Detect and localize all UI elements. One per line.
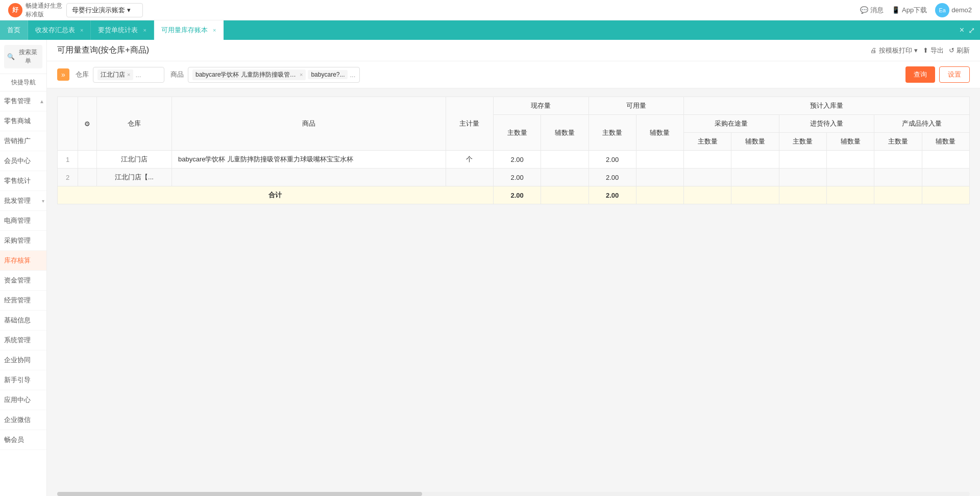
row-avail-aux <box>636 169 683 186</box>
footer-label: 合计 <box>58 186 494 204</box>
chevron-icon: ▲ <box>39 99 44 104</box>
sidebar-item-finance[interactable]: 资金管理 <box>0 271 46 291</box>
message-button[interactable]: 💬 消息 <box>860 6 884 15</box>
th-stock-main: 主数量 <box>493 115 541 151</box>
sidebar-item-system[interactable]: 系统管理 <box>0 330 46 350</box>
sidebar-item-zero-sales[interactable]: 零售管理 ▲ <box>0 91 46 111</box>
sidebar-item-label: 零售统计 <box>4 176 31 185</box>
fullscreen-button[interactable]: ⤢ <box>968 26 975 35</box>
sidebar-item-basic[interactable]: 基础信息 <box>0 311 46 330</box>
product-tag1-remove[interactable]: × <box>300 72 303 78</box>
sidebar-item-label: 畅会员 <box>4 435 24 444</box>
tab-home-label: 首页 <box>7 26 20 35</box>
sidebar-item-purchase[interactable]: 采购管理 <box>0 231 46 251</box>
sidebar-item-vip[interactable]: 畅会员 <box>0 430 46 450</box>
nav-tabs-actions: × ⤢ <box>954 20 980 40</box>
filter-actions: 查询 设置 <box>905 66 970 83</box>
warehouse-input[interactable]: 江北门店 × ... <box>93 67 164 83</box>
search-menu-button[interactable]: 🔍 搜索菜单 <box>4 45 42 68</box>
sidebar-item-member[interactable]: 会员中心 <box>0 151 46 171</box>
row-product <box>172 169 446 186</box>
warehouse-label: 仓库 <box>76 70 89 79</box>
row-stock-main: 2.00 <box>493 169 541 186</box>
sidebar-item-wechat[interactable]: 企业微信 <box>0 410 46 430</box>
refresh-label: 刷新 <box>957 46 970 55</box>
industry-selector[interactable]: 母婴行业演示账套 ▾ <box>66 3 143 17</box>
footer-stock-aux <box>541 186 589 204</box>
product-input[interactable]: babycare学饮杯 儿童防摔防撞吸管杯重力球吸嘴杯宝宝水杯 × babyca… <box>188 67 360 83</box>
sidebar-item-appstore[interactable]: 应用中心 <box>0 390 46 410</box>
chevron-down-icon: ▾ <box>127 6 131 14</box>
user-profile[interactable]: Ea demo2 <box>935 3 972 17</box>
row-warehouse: 江北门店 <box>97 151 172 169</box>
th-rownum <box>58 97 78 151</box>
sidebar-item-zero-stats[interactable]: 零售统计 <box>0 171 46 191</box>
tab-kucun-close[interactable]: × <box>213 27 216 33</box>
tab-shoufacu-close[interactable]: × <box>80 27 83 33</box>
sidebar-item-label: 企业协同 <box>4 356 31 365</box>
th-prod-pending-aux: 辅数量 <box>922 133 969 151</box>
sidebar-item-wholesale[interactable]: 批发管理 ▾ <box>0 191 46 211</box>
export-button[interactable]: ⬆ 导出 <box>923 46 944 55</box>
quick-nav-button[interactable]: 快捷导航 <box>0 74 46 91</box>
tab-home[interactable]: 首页 <box>0 20 28 40</box>
tab-kucun[interactable]: 可用量库存账本 × <box>154 20 224 40</box>
chevron-down-icon: ▾ <box>914 46 918 54</box>
scroll-thumb[interactable] <box>57 492 422 496</box>
row-pur-transit-aux <box>731 151 779 169</box>
query-button[interactable]: 查询 <box>905 66 935 83</box>
warehouse-more-btn[interactable]: ... <box>135 71 141 79</box>
close-all-button[interactable]: × <box>960 26 964 35</box>
print-button[interactable]: 🖨 按模板打印 ▾ <box>870 46 918 55</box>
th-avail-main: 主数量 <box>589 115 636 151</box>
row-prod-pending-aux <box>922 169 969 186</box>
app-download-button[interactable]: 📱 App下载 <box>892 6 927 15</box>
th-prod-pending-main: 主数量 <box>874 133 922 151</box>
export-icon: ⬆ <box>923 46 928 54</box>
footer-avail-main: 2.00 <box>589 186 636 204</box>
setting-button[interactable]: 设置 <box>939 66 970 83</box>
product-more-btn[interactable]: ... <box>350 71 355 79</box>
row-warehouse: 江北门店【... <box>97 169 172 186</box>
message-icon: 💬 <box>860 6 868 14</box>
th-planned-in: 预计入库量 <box>684 97 970 115</box>
tab-yaohuo-close[interactable]: × <box>143 27 146 33</box>
row-prod-pending-aux <box>922 151 969 169</box>
th-purchase-pending: 进货待入量 <box>779 115 874 133</box>
sidebar-item-label: 零售管理 <box>4 97 31 106</box>
tab-yaohuo-label: 要货单统计表 <box>98 26 138 35</box>
sidebar-item-operations[interactable]: 经营管理 <box>0 291 46 311</box>
footer-stock-main: 2.00 <box>493 186 541 204</box>
row-pur-pending-aux <box>827 169 874 186</box>
th-settings[interactable]: ⚙ <box>78 97 97 151</box>
sidebar-item-ecommerce[interactable]: 电商管理 <box>0 211 46 231</box>
main-layout: 🔍 搜索菜单 快捷导航 零售管理 ▲ 零售商城 营销推广 会员中心 零售统计 批… <box>0 40 980 496</box>
row-unit <box>446 169 493 186</box>
sidebar-item-inventory[interactable]: 库存核算 <box>0 251 46 271</box>
tab-yaohuo[interactable]: 要货单统计表 × <box>91 20 154 40</box>
refresh-button[interactable]: ↺ 刷新 <box>949 46 970 55</box>
sidebar-item-zero-mall[interactable]: 零售商城 <box>0 111 46 131</box>
row-stock-aux <box>541 151 589 169</box>
download-icon: 📱 <box>892 6 900 14</box>
footer-pur-transit-aux <box>731 186 779 204</box>
sidebar-item-label: 基础信息 <box>4 316 31 325</box>
warehouse-tag-remove[interactable]: × <box>127 72 130 78</box>
product-label: 商品 <box>170 70 184 79</box>
app-download-label: App下载 <box>902 6 927 15</box>
scroll-track[interactable] <box>57 492 970 496</box>
logo-icon: 好 <box>8 3 22 17</box>
expand-filter-button[interactable]: » <box>57 68 69 81</box>
content-area: 可用量查询(按仓库+商品) 🖨 按模板打印 ▾ ⬆ 导出 ↺ 刷新 » <box>47 40 980 496</box>
tab-shoufacu[interactable]: 收发存汇总表 × <box>28 20 91 40</box>
sidebar-item-marketing[interactable]: 营销推广 <box>0 131 46 151</box>
table-row: 1 江北门店 babycare学饮杯 儿童防摔防撞吸管杯重力球吸嘴杯宝宝水杯 个… <box>58 151 970 169</box>
sidebar-item-label: 经营管理 <box>4 296 31 305</box>
sidebar-item-label: 资金管理 <box>4 276 31 285</box>
row-settings <box>78 151 97 169</box>
sidebar-item-newbie[interactable]: 新手引导 <box>0 370 46 390</box>
footer-avail-aux <box>636 186 683 204</box>
tab-shoufacu-label: 收发存汇总表 <box>35 26 75 35</box>
sidebar-item-enterprise[interactable]: 企业协同 <box>0 350 46 370</box>
data-table: ⚙ 仓库 商品 主计量 现存量 可用量 预计入库量 主数量 辅数量 主数量 辅数… <box>57 97 970 204</box>
